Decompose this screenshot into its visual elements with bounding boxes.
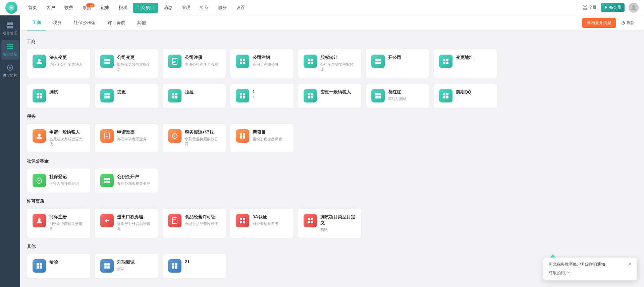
- svg-rect-31: [375, 59, 378, 61]
- svg-rect-79: [104, 181, 107, 183]
- notification-close-button[interactable]: ✕: [628, 262, 632, 267]
- liu-test-desc: 测试: [117, 267, 153, 272]
- tab-shebao[interactable]: 社保公积金: [68, 16, 101, 30]
- fullscreen-button[interactable]: 全屏: [583, 5, 597, 10]
- tab-other[interactable]: 其他: [132, 16, 151, 30]
- import-export-title: 进出口权办理: [117, 214, 153, 220]
- nav-item-home[interactable]: 首页: [24, 3, 41, 13]
- equity-transfer-title: 股权转让: [320, 55, 356, 61]
- sidebar-item-progress[interactable]: 进度监控: [1, 61, 19, 81]
- new-type-button[interactable]: 新增业务类型: [582, 18, 616, 28]
- svg-rect-80: [107, 181, 110, 183]
- nav-item-gongshang[interactable]: 工商项目: [133, 3, 158, 13]
- card-legal-change[interactable]: 法人变更 适用于公司变更法人: [27, 49, 91, 78]
- card-company-change[interactable]: 公司变更 股权变更外的业务变更: [95, 49, 158, 78]
- card-one[interactable]: 1 1: [230, 83, 294, 108]
- svg-rect-85: [240, 218, 242, 220]
- svg-rect-61: [375, 96, 378, 98]
- nav-item-settings[interactable]: 设置: [232, 3, 249, 13]
- card-trademark[interactable]: 商标注册 用于企业商标注册服务: [27, 208, 91, 238]
- card-open-company[interactable]: 开公司: [366, 49, 429, 78]
- svg-rect-34: [378, 62, 381, 64]
- notification-popup: 河北税务数字账户升级影响通知 ✕ 尊敬的用户：: [543, 258, 637, 280]
- notification-header: 河北税务数字账户升级影响通知 ✕: [549, 262, 632, 267]
- card-change-taxpayer[interactable]: 变更一般纳税人: [298, 83, 362, 108]
- card-liu-test[interactable]: 刘聪测试 测试: [95, 254, 158, 278]
- sidebar-item-project-mgmt[interactable]: 项目管理: [1, 19, 19, 39]
- nav-item-operation[interactable]: 经营: [196, 3, 213, 13]
- provident-fund-info: 公积金开户 办理公积金相关业务: [117, 174, 153, 186]
- import-export-icon: [100, 214, 114, 227]
- card-social-insurance[interactable]: 社保登记 进行人员社保登记: [27, 168, 91, 193]
- card-provident-fund[interactable]: 公积金开户 办理公积金相关业务: [95, 168, 158, 193]
- nav-item-customer[interactable]: 客户: [42, 3, 59, 13]
- legal-change-title: 法人变更: [49, 55, 85, 61]
- nav-item-message[interactable]: 消息: [160, 3, 176, 13]
- nav-item-tax[interactable]: 报税: [115, 3, 131, 13]
- card-import-export[interactable]: 进出口权办理 适用于对外贸易经营者: [95, 208, 158, 238]
- card-change[interactable]: 变更: [95, 83, 158, 108]
- change-taxpayer-info: 变更一般纳税人: [320, 89, 356, 96]
- card-food-license[interactable]: 食品经营许可证 办理食品经营许可证: [162, 208, 226, 238]
- card-lala[interactable]: 拉拉: [162, 83, 226, 108]
- import-export-desc: 适用于对外贸易经营者: [117, 221, 153, 232]
- card-company-register[interactable]: 公司注册 申请公司注册全流程: [162, 49, 226, 78]
- card-3a-cert[interactable]: 3A认证 对企业信誉评级: [230, 208, 294, 238]
- card-apply-invoice[interactable]: 申请发票 办理申请发票业务: [95, 124, 158, 153]
- tax-report-info: 税务报道+记账 拿到营业执照的新公司: [185, 129, 220, 147]
- svg-rect-93: [37, 263, 39, 266]
- company-change-desc: 股权变更外的业务变更: [117, 62, 153, 72]
- svg-rect-11: [7, 48, 13, 49]
- card-apply-taxpayer[interactable]: 申请一般纳税人 当月或次月成变更完成: [27, 124, 91, 153]
- company-cancel-title: 公司注销: [253, 55, 288, 61]
- svg-rect-37: [443, 62, 445, 64]
- social-insurance-desc: 进行人员社保登记: [49, 181, 85, 186]
- card-new-project[interactable]: 新项目 报税加税控盘保管: [230, 124, 294, 153]
- sidebar-item-project-type[interactable]: 项目类型: [1, 40, 19, 60]
- svg-rect-90: [311, 218, 313, 220]
- card-haha[interactable]: 哈哈: [27, 254, 91, 278]
- card-test-type[interactable]: 测试项目类型目定义 测试: [298, 208, 362, 238]
- nav-item-service[interactable]: 服务: [214, 3, 231, 13]
- card-test[interactable]: 测试: [27, 83, 91, 108]
- svg-rect-56: [311, 93, 313, 95]
- vip-button[interactable]: ▶ 畅会员: [601, 3, 625, 12]
- card-guhong[interactable]: 葛红红 葛红红测试: [366, 83, 429, 108]
- tab-xuke[interactable]: 许可资质: [102, 16, 130, 30]
- front-qq-icon: [439, 89, 452, 102]
- equity-transfer-desc: 公司变更需要股权转让: [320, 62, 356, 72]
- logo: [5, 2, 17, 14]
- twenty-one-icon: [168, 259, 181, 273]
- fullscreen-icon: [583, 5, 587, 10]
- provident-fund-desc: 办理公积金相关业务: [117, 181, 153, 186]
- svg-rect-1: [586, 6, 587, 7]
- svg-rect-78: [107, 178, 110, 180]
- svg-rect-6: [10, 22, 13, 25]
- apply-taxpayer-info: 申请一般纳税人 当月或次月成变更完成: [49, 129, 85, 147]
- card-change-address[interactable]: 变更地址: [433, 49, 497, 78]
- refresh-button[interactable]: 刷新: [619, 18, 637, 28]
- user-avatar[interactable]: [629, 3, 639, 13]
- card-twenty-one[interactable]: 21 1: [162, 254, 226, 278]
- card-company-cancel[interactable]: 公司注销 适用于注销公司: [230, 49, 294, 78]
- test-info: 测试: [49, 89, 85, 96]
- tab-tax[interactable]: 税务: [48, 16, 67, 30]
- nav-item-bill[interactable]: 票据 new: [78, 3, 95, 13]
- svg-rect-7: [7, 26, 10, 28]
- guhong-desc: 葛红红测试: [388, 96, 424, 101]
- tab-gongshang[interactable]: 工商: [27, 16, 46, 30]
- card-equity-transfer[interactable]: 股权转让 公司变更需要股权转让: [298, 49, 362, 78]
- svg-point-81: [38, 218, 41, 221]
- nav-item-bookkeeping[interactable]: 记账: [97, 3, 113, 13]
- xuke-cards: 商标注册 用于企业商标注册服务 进出口权办理 适用于对外贸易经营者 食品经营: [27, 208, 637, 238]
- svg-rect-32: [378, 59, 381, 61]
- nav-item-manage[interactable]: 管理: [178, 3, 195, 13]
- tabs-actions: 新增业务类型 刷新: [582, 18, 637, 28]
- card-tax-report[interactable]: ¥ 税务报道+记账 拿到营业执照的新公司: [162, 124, 226, 153]
- legal-change-info: 法人变更 适用于公司变更法人: [49, 55, 85, 67]
- nav-item-fee[interactable]: 收费: [60, 3, 77, 13]
- card-front-qq[interactable]: 前期QQ: [433, 83, 497, 108]
- social-insurance-icon: [33, 174, 46, 187]
- change-taxpayer-icon: [304, 89, 317, 102]
- content-area: 工商 法人变更 适用于公司变更法人 公司变更 股权变更外的业务变更: [20, 31, 644, 287]
